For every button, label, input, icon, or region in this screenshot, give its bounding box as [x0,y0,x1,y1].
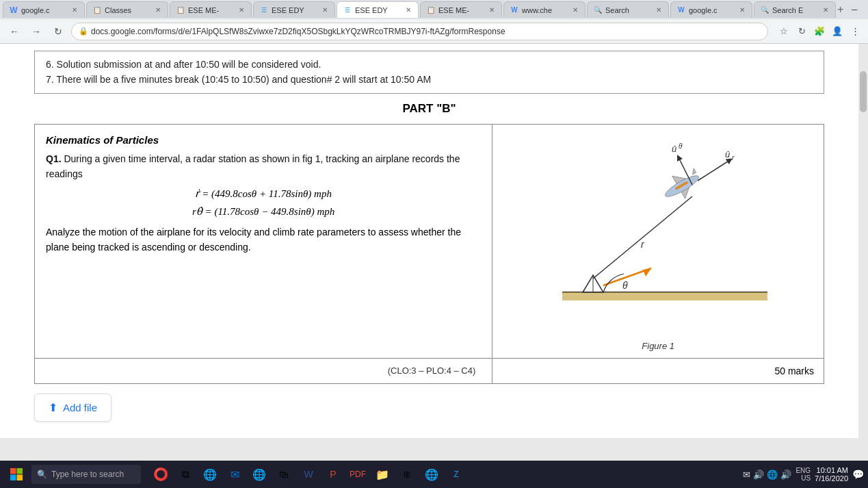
question-right-cell: θ r [492,124,824,358]
taskbar-pdf[interactable]: PDF [346,462,369,487]
upload-icon: ⬆ [49,401,57,414]
url-text: docs.google.com/forms/d/e/1FAlpQLSfW8sZv… [91,27,505,36]
notification-icon[interactable]: 💬 [852,469,864,480]
taskbar-zoom[interactable]: Z [445,462,468,487]
tab-icon-search2: 🔍 [760,5,770,15]
tab-icon-google: W [9,5,18,15]
browser-window: W google.c ✕ 📋 Classes ✕ 📋 ESE ME- ✕ ☰ E… [0,0,868,488]
sound-icon[interactable]: 🔊 [753,470,764,480]
formula-rthetadot: rθ̇ = (11.78cosθ − 449.8sinθ) mph [46,205,481,218]
tab-icon-search1: 🔍 [593,5,603,15]
tab-close-google[interactable]: ✕ [70,6,79,14]
tab-close-wwwche[interactable]: ✕ [571,6,579,14]
svg-marker-12 [690,168,696,175]
taskbar-search-icon: 🔍 [37,470,47,479]
bookmark-icon[interactable]: ☆ [776,24,791,39]
menu-icon[interactable]: ⋮ [847,24,863,39]
tab-close-search1[interactable]: ✕ [655,6,663,14]
question-left-cell: Kinematics of Particles Q1. During a giv… [35,124,492,358]
tab-google2[interactable]: W google.c ✕ [670,1,752,18]
back-button[interactable]: ← [5,23,23,40]
analyze-body: the motion of the airplane for its veloc… [46,227,461,253]
tab-icon-ese4: 📋 [426,5,436,15]
tab-label-ese3: ESE EDY [355,6,402,14]
network-icon[interactable]: 🌐 [767,470,778,480]
taskbar-chrome[interactable]: 🌐 [420,462,443,487]
taskbar-store[interactable]: 🛍 [272,462,295,487]
svg-rect-23 [17,475,23,481]
svg-rect-20 [10,468,16,474]
new-tab-button[interactable]: + [837,1,843,18]
tab-close-google2[interactable]: ✕ [738,6,746,14]
window-controls: ─ □ ✕ [845,3,868,16]
tab-ese4[interactable]: 📋 ESE ME- ✕ [420,1,502,18]
scrollbar[interactable] [858,44,868,461]
taskbar-edge[interactable]: 🌐 [198,462,222,487]
taskbar-task-view[interactable]: ⧉ [174,462,197,487]
taskbar-tiles[interactable]: ⊞ [395,462,419,487]
minimize-button[interactable]: ─ [845,3,864,16]
reload-button[interactable]: ↻ [49,23,67,40]
clock-area: ENGUS 10:01 AM 7/16/2020 [795,466,848,483]
extension-icon[interactable]: 🧩 [812,24,827,39]
taskbar-ie[interactable]: 🌐 [248,462,271,487]
tab-ese2[interactable]: ☰ ESE EDY ✕ [253,1,335,18]
add-file-button[interactable]: ⬆ Add file [34,394,111,422]
figure-svg: θ r [542,131,774,337]
windows-logo-icon [10,467,23,481]
taskbar-search-text: Type here to search [51,470,124,479]
title-bar: W google.c ✕ 📋 Classes ✕ 📋 ESE ME- ✕ ☰ E… [0,0,868,19]
address-icons: ☆ ↻ 🧩 👤 ⋮ [776,24,863,39]
volume-icon[interactable]: 🔊 [780,470,791,480]
tab-close-classes[interactable]: ✕ [154,6,162,14]
taskbar-email[interactable]: ✉ [223,462,246,487]
system-clock[interactable]: 10:01 AM 7/16/2020 [815,466,848,483]
figure-caption: Figure 1 [642,341,674,351]
scrollbar-thumb[interactable] [860,71,867,112]
q-body-text: During a given time interval, a radar st… [46,153,460,179]
question-row: Kinematics of Particles Q1. During a giv… [35,124,824,358]
tab-ese3-active[interactable]: ☰ ESE EDY ✕ [337,1,419,18]
language-indicator: ENGUS [795,467,811,482]
svg-rect-1 [562,292,767,300]
tab-wwwche[interactable]: W www.che ✕ [503,1,586,18]
profile-icon[interactable]: 👤 [830,24,845,39]
svg-text:r: r [732,154,735,162]
tab-google[interactable]: W google.c ✕ [3,1,85,18]
sys-icons: ✉ 🔊 🌐 🔊 [743,470,791,480]
rule-6: 6. Solution submission at and after 10:5… [46,57,813,72]
tab-search1[interactable]: 🔍 Search ✕ [587,1,669,18]
tab-label-search2: Search E [772,6,819,14]
taskbar-word[interactable]: W [297,462,320,487]
taskbar-cortana[interactable]: ⭕ [149,462,172,487]
tab-close-ese3[interactable]: ✕ [404,6,412,14]
taskbar-search-bar[interactable]: 🔍 Type here to search [31,465,141,484]
maximize-button[interactable]: □ [864,3,868,16]
tab-classes[interactable]: 📋 Classes ✕ [86,1,168,18]
tab-ese1[interactable]: 📋 ESE ME- ✕ [170,1,252,18]
svg-marker-5 [643,268,651,277]
tab-icon-google2: W [676,5,686,15]
tab-label-google2: google.c [689,6,735,14]
start-button[interactable] [4,462,29,487]
tab-label-search1: Search [605,6,652,14]
refresh-icon[interactable]: ↻ [794,24,809,39]
question-title: Kinematics of Particles [46,134,481,146]
main-content: 6. Solution submission at and after 10:5… [0,44,858,461]
add-file-label: Add file [63,402,97,413]
tab-close-ese1[interactable]: ✕ [237,6,246,14]
svg-rect-21 [17,468,23,474]
lock-icon: 🔒 [79,27,88,36]
clo-cell: (CLO:3 – PLO:4 – C4) [35,358,492,383]
url-bar[interactable]: 🔒 docs.google.com/forms/d/e/1FAlpQLSfW8s… [71,23,768,40]
tab-close-ese4[interactable]: ✕ [488,6,496,14]
tab-label-ese1: ESE ME- [188,6,235,14]
tab-close-search2[interactable]: ✕ [821,6,830,14]
tab-search2[interactable]: 🔍 Search E ✕ [754,1,836,18]
forward-button[interactable]: → [27,23,45,40]
taskbar-explorer[interactable]: 📁 [371,462,394,487]
tab-close-ese2[interactable]: ✕ [321,6,329,14]
mail-tray-icon[interactable]: ✉ [743,470,750,480]
taskbar-system-tray: ✉ 🔊 🌐 🔊 ENGUS 10:01 AM 7/16/2020 💬 [743,466,864,483]
taskbar-ppt[interactable]: P [321,462,345,487]
